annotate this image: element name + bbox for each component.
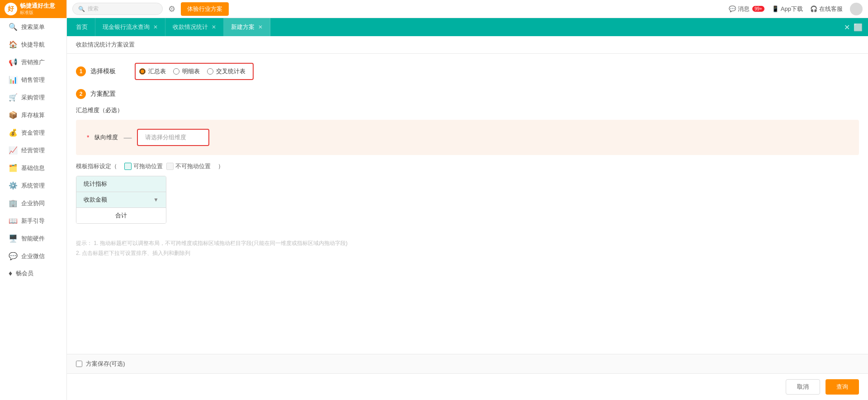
sidebar-item-finance[interactable]: 💰 资金管理 bbox=[0, 124, 66, 141]
tabbar: 首页 现金银行流水查询 ✕ 收款情况统计 ✕ 新建方案 ✕ ✕ ⬜ bbox=[67, 18, 868, 36]
settings-icon[interactable]: ⚙ bbox=[168, 4, 175, 14]
step2-title: 方案配置 bbox=[90, 90, 116, 98]
sidebar-item-label: 新手引导 bbox=[21, 217, 45, 225]
tab-receipts-close[interactable]: ✕ bbox=[212, 24, 216, 30]
dimension-placeholder: 请选择分组维度 bbox=[145, 134, 186, 141]
sidebar-item-system[interactable]: ⚙️ 系统管理 bbox=[0, 177, 66, 194]
sidebar-item-label: 基础信息 bbox=[21, 164, 45, 172]
megaphone-icon: 📢 bbox=[9, 58, 18, 66]
logo-sub: 标准版 bbox=[20, 9, 55, 16]
book-icon: 📖 bbox=[9, 216, 18, 225]
metrics-grid: 统计指标 收款金额 ▼ 合计 bbox=[76, 176, 166, 224]
metrics-label-text: 模板指标设定（ bbox=[76, 162, 117, 170]
topbar-right: 💬 消息 99+ 📱 App下载 🎧 在线客服 bbox=[729, 3, 863, 15]
tab-cashflow-close[interactable]: ✕ bbox=[153, 24, 158, 30]
sidebar-item-search[interactable]: 🔍 搜索菜单 bbox=[0, 18, 66, 36]
radio-summary-label: 汇总表 bbox=[148, 67, 166, 75]
step1-title: 选择模板 bbox=[90, 67, 116, 75]
sidebar-item-wechat[interactable]: 💬 企业微信 bbox=[0, 247, 66, 265]
sidebar-item-basic[interactable]: 🗂️ 基础信息 bbox=[0, 159, 66, 177]
radio-detail-input[interactable] bbox=[173, 68, 179, 75]
hint-text-1: 提示： 1. 拖动标题栏可以调整布局，不可跨维度或指标区域拖动栏目字段(只能在同… bbox=[76, 239, 859, 249]
hint-text-2: 2. 点击标题栏下拉可设置排序、插入列和删除列 bbox=[76, 249, 859, 259]
cart-icon: 🛒 bbox=[9, 93, 18, 102]
diamond-icon: ♦ bbox=[9, 269, 12, 278]
radio-cross[interactable]: 交叉统计表 bbox=[207, 67, 245, 75]
required-star: * bbox=[87, 134, 89, 141]
tab-new-plan[interactable]: 新建方案 ✕ bbox=[224, 18, 270, 36]
sidebar-item-management[interactable]: 📈 经营管理 bbox=[0, 141, 66, 159]
trial-button[interactable]: 体验行业方案 bbox=[181, 2, 229, 16]
tab-cashflow[interactable]: 现金银行流水查询 ✕ bbox=[95, 18, 165, 36]
tab-home[interactable]: 首页 bbox=[67, 18, 95, 36]
radio-detail-label: 明细表 bbox=[182, 67, 200, 75]
tab-new-plan-close[interactable]: ✕ bbox=[258, 24, 263, 30]
sidebar-item-label: 营销推广 bbox=[21, 58, 45, 66]
download-icon: 📱 bbox=[772, 5, 779, 12]
radio-summary[interactable]: 汇总表 bbox=[139, 67, 166, 75]
logo-text-group: 畅捷通好生意 标准版 bbox=[20, 2, 55, 16]
tab-receipts[interactable]: 收款情况统计 ✕ bbox=[165, 18, 224, 36]
metrics-amount-row[interactable]: 收款金额 ▼ bbox=[76, 192, 166, 208]
sidebar-item-nav[interactable]: 🏠 快捷导航 bbox=[0, 36, 66, 53]
tabbar-controls: ✕ ⬜ bbox=[844, 23, 868, 32]
topbar: 🔍 搜索 ⚙ 体验行业方案 💬 消息 99+ 📱 App下载 🎧 在线客服 bbox=[67, 0, 868, 18]
chart-icon: 📊 bbox=[9, 75, 18, 84]
sidebar-item-inventory[interactable]: 📦 库存核算 bbox=[0, 106, 66, 124]
message-label: 消息 bbox=[738, 5, 750, 13]
sidebar-logo: 好 畅捷通好生意 标准版 bbox=[0, 0, 66, 18]
search-icon: 🔍 bbox=[78, 6, 85, 12]
logo-icon: 好 bbox=[5, 3, 17, 15]
save-label: 方案保存(可选) bbox=[86, 360, 125, 368]
dimension-label: 汇总维度（必选） bbox=[76, 106, 859, 114]
close-window-icon[interactable]: ✕ bbox=[844, 23, 850, 32]
query-button[interactable]: 查询 bbox=[826, 379, 859, 395]
message-badge: 99+ bbox=[752, 6, 764, 12]
radio-detail[interactable]: 明细表 bbox=[173, 67, 200, 75]
template-options-box: 汇总表 明细表 交叉统计表 bbox=[135, 63, 254, 80]
radio-summary-input[interactable] bbox=[139, 68, 146, 75]
sidebar-item-label: 经营管理 bbox=[21, 146, 45, 155]
sidebar-item-label: 搜索菜单 bbox=[21, 23, 45, 31]
sidebar-item-sales[interactable]: 📊 销售管理 bbox=[0, 71, 66, 89]
message-item[interactable]: 💬 消息 99+ bbox=[729, 5, 764, 13]
save-checkbox[interactable] bbox=[76, 361, 82, 367]
footer-bar: 取消 查询 bbox=[67, 373, 868, 400]
sidebar-item-member[interactable]: ♦ 畅会员 bbox=[0, 265, 66, 282]
trend-icon: 📈 bbox=[9, 146, 18, 155]
search-box[interactable]: 🔍 搜索 bbox=[72, 3, 163, 15]
download-item[interactable]: 📱 App下载 bbox=[772, 5, 803, 13]
maximize-icon[interactable]: ⬜ bbox=[854, 23, 863, 32]
sidebar-item-label: 系统管理 bbox=[21, 182, 45, 190]
metrics-grid-header: 统计指标 bbox=[76, 176, 166, 192]
monitor-icon: 🖥️ bbox=[9, 234, 18, 243]
download-label: App下载 bbox=[781, 5, 803, 13]
metrics-amount-label: 收款金额 bbox=[84, 196, 107, 204]
sidebar-item-purchase[interactable]: 🛒 采购管理 bbox=[0, 89, 66, 106]
cancel-button[interactable]: 取消 bbox=[786, 379, 820, 395]
message-icon: 💬 bbox=[729, 5, 736, 12]
sidebar-item-marketing[interactable]: 📢 营销推广 bbox=[0, 53, 66, 71]
sidebar-item-collab[interactable]: 🏢 企业协同 bbox=[0, 194, 66, 212]
step2-header: 2 方案配置 bbox=[76, 89, 859, 99]
step1-header: 1 选择模板 汇总表 明细表 交叉统计表 bbox=[76, 63, 859, 80]
sidebar-item-label: 快捷导航 bbox=[21, 41, 45, 49]
service-label: 在线客服 bbox=[819, 5, 843, 13]
box-icon: 📦 bbox=[9, 111, 18, 119]
avatar[interactable] bbox=[850, 3, 863, 15]
step2-content: 汇总维度（必选） * 纵向维度 — 请选择分组维度 bbox=[76, 106, 859, 263]
sidebar-item-hardware[interactable]: 🖥️ 智能硬件 bbox=[0, 230, 66, 247]
content-body: 1 选择模板 汇总表 明细表 交叉统计表 bbox=[67, 54, 868, 354]
home-icon: 🏠 bbox=[9, 40, 18, 49]
building-icon: 🏢 bbox=[9, 199, 18, 207]
service-item[interactable]: 🎧 在线客服 bbox=[810, 5, 843, 13]
sidebar-item-guide[interactable]: 📖 新手引导 bbox=[0, 212, 66, 230]
step2-section: 2 方案配置 汇总维度（必选） * 纵向维度 — 请选择 bbox=[76, 89, 859, 263]
sidebar: 好 畅捷通好生意 标准版 🔍 搜索菜单 🏠 快捷导航 📢 营销推广 📊 销售管理… bbox=[0, 0, 67, 400]
sidebar-item-label: 企业协同 bbox=[21, 199, 45, 207]
sidebar-item-label: 库存核算 bbox=[21, 111, 45, 119]
dimension-selector[interactable]: 请选择分组维度 bbox=[137, 129, 209, 146]
radio-cross-input[interactable] bbox=[207, 68, 213, 75]
wechat-icon: 💬 bbox=[9, 252, 18, 260]
sidebar-item-label: 智能硬件 bbox=[21, 235, 45, 243]
